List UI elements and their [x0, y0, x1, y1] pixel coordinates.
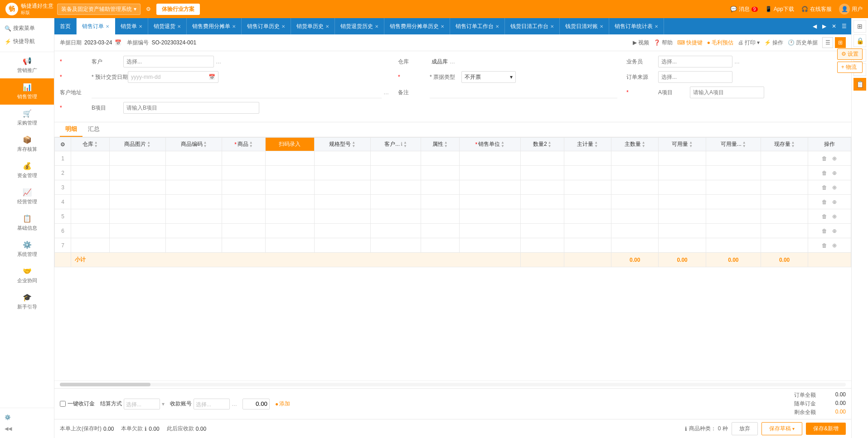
- row-5-copy-btn[interactable]: ⊕: [830, 212, 839, 221]
- tab-close-sales-order-history[interactable]: ✕: [281, 24, 285, 29]
- row-2-customer-code[interactable]: [370, 166, 421, 180]
- tab-close-sales-workbench[interactable]: ✕: [495, 24, 499, 29]
- tab-menu-btn[interactable]: ☰: [839, 23, 849, 29]
- amount-input[interactable]: [242, 399, 270, 409]
- table-wrapper[interactable]: ⚙ 仓库▲▼ 商品图片▲▼ 商品编码▲▼: [54, 137, 851, 380]
- tab-home[interactable]: 首页: [54, 18, 77, 34]
- tab-prev-btn[interactable]: ◀: [810, 23, 820, 29]
- sidebar-item-sales[interactable]: 📊 销售管理: [0, 78, 54, 105]
- sidebar-item-search[interactable]: 🔍 搜索菜单: [0, 22, 54, 35]
- hscrollbar-track[interactable]: [60, 383, 846, 386]
- th-property[interactable]: 属性▲▼: [421, 138, 460, 151]
- add-payment-btn[interactable]: ● 添加: [275, 400, 290, 408]
- system-selector[interactable]: 装备及固定资产辅助管理系统 ▾: [57, 4, 141, 15]
- help-btn[interactable]: ❓ 帮助: [654, 39, 673, 47]
- sidebar-item-newbie[interactable]: 🎓 新手引导: [0, 289, 54, 315]
- view-list-btn[interactable]: ☰: [822, 37, 833, 48]
- row-2-unit[interactable]: [459, 166, 520, 180]
- tab-sales-note[interactable]: 销货单 ✕: [115, 18, 148, 34]
- row-4-copy-btn[interactable]: ⊕: [830, 198, 839, 206]
- tab-close-cash-workbench[interactable]: ✕: [550, 24, 554, 29]
- hscrollbar-container[interactable]: [54, 380, 851, 388]
- tab-expense-history[interactable]: 销售费用分摊单历史 ✕: [384, 18, 450, 34]
- sidebar-item-marketing[interactable]: 📢 营销推广: [0, 52, 54, 78]
- sidebar-item-operations[interactable]: 📈 经营管理: [0, 183, 54, 210]
- tab-close-all-btn[interactable]: ✕: [829, 23, 839, 29]
- salesperson-input[interactable]: [658, 56, 732, 67]
- row-2-warehouse[interactable]: [71, 166, 110, 180]
- b-project-input[interactable]: [123, 102, 259, 114]
- row-6-delete-btn[interactable]: 🗑: [820, 227, 829, 235]
- row-7-copy-btn[interactable]: ⊕: [830, 241, 839, 250]
- row-2-main-qty[interactable]: [611, 166, 658, 180]
- sidebar-item-purchase[interactable]: 🛒 采购管理: [0, 105, 54, 131]
- row-1-qty2[interactable]: [520, 151, 564, 166]
- row-1-warehouse[interactable]: [71, 151, 110, 166]
- view-btn[interactable]: ▶ 视频: [633, 39, 649, 47]
- row-1-customer-code[interactable]: [370, 151, 421, 166]
- th-scan[interactable]: 扫码录入: [265, 138, 314, 151]
- tab-summary[interactable]: 汇总: [82, 122, 105, 137]
- profit-btn[interactable]: ● 毛利预估: [707, 39, 733, 47]
- tab-close-expense-history[interactable]: ✕: [441, 24, 444, 29]
- row-1-copy-btn[interactable]: ⊕: [830, 154, 839, 163]
- invoice-type-select[interactable]: 不开票 ▾: [461, 71, 516, 83]
- row-2-copy-btn[interactable]: ⊕: [830, 169, 839, 177]
- tab-close-sales-return[interactable]: ✕: [177, 24, 181, 29]
- customer-input[interactable]: [123, 56, 214, 67]
- th-main-qty[interactable]: 主数量▲▼: [611, 138, 658, 151]
- warehouse-more[interactable]: …: [450, 58, 455, 65]
- customer-address-input[interactable]: [92, 87, 382, 98]
- row-1-code[interactable]: [165, 151, 222, 166]
- row-1-product[interactable]: [222, 151, 266, 166]
- payment-expand-icon[interactable]: ▾: [162, 401, 165, 407]
- tab-close-sales-expense[interactable]: ✕: [232, 24, 236, 29]
- rp-icon-1[interactable]: ⊞: [853, 20, 866, 33]
- row-1-spec[interactable]: [314, 151, 370, 166]
- shortcut-btn[interactable]: ⌨ 快捷键: [677, 39, 703, 47]
- customer-more[interactable]: …: [216, 58, 221, 65]
- sidebar-item-system[interactable]: ⚙️ 系统管理: [0, 236, 54, 262]
- history-btn[interactable]: 🕐 历史单据: [788, 39, 818, 47]
- th-unit[interactable]: *销售单位▲▼: [459, 138, 520, 151]
- tab-detail[interactable]: 明细: [60, 122, 82, 137]
- a-project-input[interactable]: [690, 87, 764, 98]
- online-service-item[interactable]: 🎧 在线客服: [801, 5, 832, 13]
- message-item[interactable]: 💬 消息 9: [730, 5, 758, 13]
- th-current-stock[interactable]: 现存量▲▼: [761, 138, 808, 151]
- sidebar-item-finance[interactable]: 💰 资金管理: [0, 157, 54, 183]
- row-7-delete-btn[interactable]: 🗑: [820, 241, 829, 250]
- print-btn[interactable]: 🖨 打印 ▾: [738, 39, 760, 47]
- sidebar-item-quicknav[interactable]: ⚡ 快捷导航: [0, 35, 54, 48]
- tab-cash-reconcile[interactable]: 钱货日清对账 ✕: [560, 18, 609, 34]
- user-avatar[interactable]: 👤 用户: [839, 4, 863, 14]
- th-available[interactable]: 可用量▲▼: [659, 138, 706, 151]
- sidebar-item-enterprise[interactable]: 🤝 企业协同: [0, 262, 54, 289]
- app-download-item[interactable]: 📱 App下载: [765, 5, 794, 13]
- system-settings-icon[interactable]: ⚙: [144, 6, 153, 12]
- tab-sales-expense[interactable]: 销售费用分摊单 ✕: [187, 18, 242, 34]
- th-image[interactable]: 商品图片▲▼: [109, 138, 165, 151]
- sidebar-item-base-info[interactable]: 📋 基础信息: [0, 210, 54, 236]
- address-more[interactable]: …: [383, 89, 389, 96]
- save-draft-btn[interactable]: 保存草稿 ▾: [761, 422, 802, 435]
- row-2-qty2[interactable]: [520, 166, 564, 180]
- th-spec[interactable]: 规格型号▲▼: [314, 138, 370, 151]
- view-grid-btn[interactable]: ⊞: [835, 37, 846, 48]
- tab-sales-note-history[interactable]: 销货单历史 ✕: [291, 18, 335, 34]
- row-1-property[interactable]: [421, 151, 460, 166]
- th-available2[interactable]: 可用量...▲▼: [706, 138, 761, 151]
- th-code[interactable]: 商品编码▲▼: [165, 138, 222, 151]
- th-main-unit[interactable]: 主计量▲▼: [564, 138, 611, 151]
- tab-close-sales-note-history[interactable]: ✕: [325, 24, 329, 29]
- remarks-input[interactable]: [430, 87, 617, 98]
- tab-sales-return[interactable]: 销货退货 ✕: [148, 18, 187, 34]
- save-new-btn[interactable]: 保存&新增: [806, 423, 846, 435]
- row-5-delete-btn[interactable]: 🗑: [820, 212, 829, 221]
- sidebar-settings[interactable]: ⚙️: [0, 412, 54, 423]
- salesperson-more[interactable]: …: [734, 58, 740, 65]
- hscrollbar-thumb[interactable]: [60, 383, 150, 386]
- row-2-code[interactable]: [165, 166, 222, 180]
- rp-icon-5[interactable]: 📋: [853, 78, 866, 91]
- tab-cash-workbench[interactable]: 钱货日清工作台 ✕: [505, 18, 560, 34]
